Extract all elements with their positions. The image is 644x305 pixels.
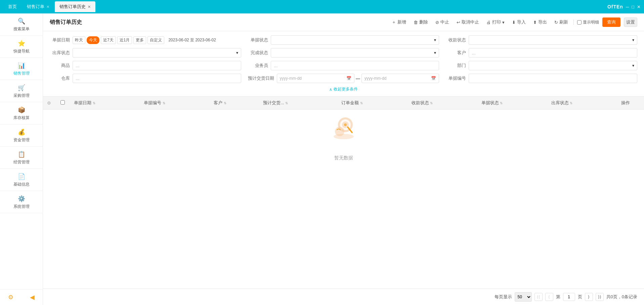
window-restore-icon[interactable]: □ <box>632 4 634 9</box>
tab-sales-order-history[interactable]: 销售订单历史 ✕ <box>55 1 95 12</box>
page-next-btn[interactable]: ⟩ <box>585 293 593 301</box>
page-number-input[interactable] <box>563 293 575 301</box>
date-more-btn[interactable]: 更多 <box>133 36 146 44</box>
delete-button[interactable]: 🗑 删除 <box>412 18 430 27</box>
receipt-status-select[interactable]: ▾ <box>469 35 637 45</box>
delete-icon: 🗑 <box>414 20 418 25</box>
receipt-status-arrow-icon: ▾ <box>632 38 634 42</box>
top-bar-right: OfTEn ─ □ ✕ <box>607 4 641 9</box>
th-date[interactable]: 单据日期 ⇅ <box>70 97 140 110</box>
salesman-label: 业务员 <box>248 63 268 69</box>
page-last-btn[interactable]: ⟩⟩ <box>596 293 604 301</box>
tab-sales-order-close[interactable]: ✕ <box>46 5 49 9</box>
expected-date-to[interactable]: yyyy-mm-dd 📅 <box>361 74 439 83</box>
filter-bill-status: 单据状态 ▾ <box>248 35 439 45</box>
sidebar-item-system[interactable]: ⚙️ 系统管理 <box>0 191 43 213</box>
th-order-amount[interactable]: 订单金额 ⇅ <box>337 97 407 110</box>
refresh-button[interactable]: ↻ 刷新 <box>552 18 570 27</box>
page-size-select[interactable]: 50 10 20 100 <box>515 292 532 302</box>
page-first-btn[interactable]: ⟨⟨ <box>534 293 543 301</box>
bill-status-select[interactable]: ▾ <box>271 35 439 45</box>
filter-warehouse: 仓库 ... <box>50 74 241 83</box>
th-bill-no-label: 单据编号 <box>144 100 161 105</box>
bill-status-arrow-icon: ▾ <box>434 38 436 42</box>
filter-out-status: 出库状态 ▾ <box>50 48 241 58</box>
tab-sales-order[interactable]: 销售订单 ✕ <box>22 1 54 12</box>
customer-input[interactable]: ... <box>469 48 637 58</box>
out-status-select[interactable]: ▾ <box>73 48 241 58</box>
svg-point-4 <box>344 123 347 126</box>
warehouse-dots: ... <box>76 76 80 81</box>
sidebar-item-basic-info[interactable]: 📄 基础信息 <box>0 169 43 191</box>
tab-home[interactable]: 首页 <box>3 1 22 12</box>
th-expected-delivery[interactable]: 预计交货... ⇅ <box>259 97 338 110</box>
stop-button[interactable]: ⊘ 中止 <box>433 18 451 27</box>
window-close-icon[interactable]: ✕ <box>637 4 641 9</box>
sidebar-item-operations[interactable]: 📋 经营管理 <box>0 147 43 169</box>
filter-area: 单据日期 昨天 今天 近7天 近1月 更多 自定义 2023-06-02 至 2… <box>43 31 644 97</box>
add-button[interactable]: ＋ 新增 <box>390 18 408 27</box>
export-label: 导出 <box>538 19 547 25</box>
sidebar-item-inventory[interactable]: 📦 库存核算 <box>0 102 43 124</box>
query-button[interactable]: 查询 <box>602 17 620 27</box>
print-button[interactable]: 🖨 打印 ▾ <box>484 18 507 27</box>
th-bill-status-label: 单据状态 <box>481 100 499 105</box>
import-button[interactable]: ⬇ 导入 <box>510 18 528 27</box>
filter-row-2: 出库状态 ▾ 完成状态 ▾ 客户 ... <box>50 48 637 58</box>
expected-date-from[interactable]: yyyy-mm-dd 📅 <box>277 74 354 83</box>
refresh-label: 刷新 <box>559 19 568 25</box>
dept-select[interactable]: ▾ <box>469 61 637 70</box>
sidebar-settings-icon[interactable]: ⚙ <box>8 294 13 301</box>
sidebar-item-sales[interactable]: 📊 销售管理 <box>0 58 43 80</box>
customer-label: 客户 <box>446 50 466 56</box>
show-detail-checkbox[interactable] <box>577 20 582 25</box>
sidebar-item-finance[interactable]: 💰 资金管理 <box>0 124 43 147</box>
th-order-amount-sort-icon: ⇅ <box>360 101 363 105</box>
date-1month-btn[interactable]: 近1月 <box>117 36 132 44</box>
table-settings-icon[interactable]: ⚙ <box>47 101 51 106</box>
dept-label: 部门 <box>446 63 466 69</box>
th-receipt-status-label: 收款状态 <box>412 100 429 105</box>
date-yesterday-btn[interactable]: 昨天 <box>73 36 85 44</box>
date-7days-btn[interactable]: 近7天 <box>101 36 116 44</box>
filter-row-4: 仓库 ... 预计交货日期 yyyy-mm-dd 📅 — yyyy <box>50 74 637 83</box>
complete-status-select[interactable]: ▾ <box>271 48 439 58</box>
goods-input[interactable]: ... <box>73 61 241 70</box>
brand-label: OfTEn <box>607 4 623 9</box>
sidebar-item-purchase[interactable]: 🛒 采购管理 <box>0 80 43 102</box>
sidebar-item-search[interactable]: 🔍 搜索菜单 <box>0 13 43 36</box>
th-date-sort-icon: ⇅ <box>93 101 95 105</box>
warehouse-input[interactable]: ... <box>73 74 241 83</box>
date-today-btn[interactable]: 今天 <box>87 36 99 44</box>
th-receipt-status-sort-icon: ⇅ <box>430 101 433 105</box>
date-range-display: 2023-06-02 至 2023-06-02 <box>168 37 216 43</box>
th-out-status[interactable]: 出库状态 ⇅ <box>547 97 617 110</box>
th-bill-status[interactable]: 单据状态 ⇅ <box>477 97 547 110</box>
stop-icon: ⊘ <box>435 20 439 25</box>
bill-no-input[interactable] <box>469 74 637 83</box>
filter-collapse-btn[interactable]: ∧ 收起更多条件 <box>50 86 637 92</box>
stop-label: 中止 <box>440 19 449 25</box>
export-button[interactable]: ⬆ 导出 <box>531 18 549 27</box>
sidebar-collapse-icon[interactable]: ◀ <box>30 294 35 301</box>
page-prev-btn[interactable]: ⟨ <box>545 293 553 301</box>
th-bill-no[interactable]: 单据编号 ⇅ <box>140 97 210 110</box>
table-wrapper: ⚙ 单据日期 ⇅ 单据编号 ⇅ <box>43 97 644 289</box>
select-all-checkbox[interactable] <box>60 100 65 105</box>
finance-icon: 💰 <box>18 128 25 136</box>
sidebar-item-operations-label: 经营管理 <box>13 159 30 165</box>
window-minimize-icon[interactable]: ─ <box>626 4 629 9</box>
tab-sales-order-history-close[interactable]: ✕ <box>88 5 91 9</box>
th-customer[interactable]: 客户 ⇅ <box>210 97 259 110</box>
sidebar-item-quick-nav[interactable]: ⭐ 快捷导航 <box>0 36 43 58</box>
settings-button[interactable]: 设置 <box>624 17 637 27</box>
th-receipt-status[interactable]: 收款状态 ⇅ <box>407 97 477 110</box>
collapse-up-icon: ∧ <box>329 87 332 92</box>
salesman-input[interactable]: ... <box>271 61 439 70</box>
date-custom-btn[interactable]: 自定义 <box>147 36 164 44</box>
cancel-stop-button[interactable]: ↩ 取消中止 <box>455 18 481 27</box>
calendar-from-icon[interactable]: 📅 <box>346 76 351 81</box>
sidebar-item-basic-info-label: 基础信息 <box>13 182 30 187</box>
calendar-to-icon[interactable]: 📅 <box>431 76 436 81</box>
show-detail-toggle[interactable]: 显示明细 <box>577 20 599 25</box>
